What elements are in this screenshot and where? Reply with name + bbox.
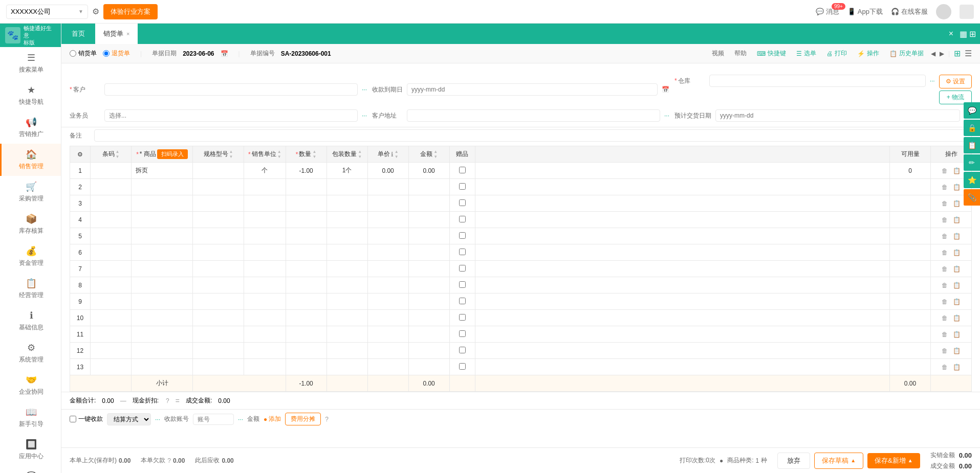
row-product[interactable] [132, 228, 193, 244]
row-amount[interactable] [408, 326, 449, 343]
expense-btn[interactable]: 费用分摊 [285, 413, 321, 425]
row-spec[interactable] [193, 212, 244, 228]
nav-prev-icon[interactable]: ◀ [931, 50, 935, 57]
row-price[interactable] [367, 294, 408, 310]
row-amount[interactable] [408, 179, 449, 195]
row-delete-icon[interactable]: 🗑 [942, 216, 948, 223]
row-spec[interactable] [193, 195, 244, 212]
row-spec[interactable] [193, 343, 244, 359]
row-amount[interactable] [408, 244, 449, 261]
row-gift-checkbox[interactable] [459, 314, 466, 321]
experience-btn[interactable]: 体验行业方案 [103, 4, 158, 19]
row-amount[interactable] [408, 212, 449, 228]
float-btn-1[interactable]: 💬 [964, 102, 980, 119]
row-delete-icon[interactable]: 🗑 [942, 200, 948, 207]
chevron-up-icon[interactable]: ▲ [851, 458, 856, 463]
abandon-btn[interactable]: 放弃 [777, 453, 810, 469]
row-spec[interactable] [193, 163, 244, 179]
row-spec[interactable] [193, 179, 244, 195]
quick-payment-checkbox[interactable] [70, 416, 76, 422]
row-spec[interactable] [193, 326, 244, 343]
row-product[interactable] [132, 261, 193, 277]
row-qty[interactable] [286, 195, 326, 212]
row-product[interactable] [132, 179, 193, 195]
radio-sale-input[interactable] [70, 50, 76, 57]
row-gift-checkbox[interactable] [459, 232, 466, 239]
row-qty[interactable] [286, 228, 326, 244]
row-qty[interactable] [286, 261, 326, 277]
warehouse-input[interactable]: 建材仓 [709, 75, 926, 87]
row-qty[interactable] [286, 212, 326, 228]
row-barcode[interactable] [91, 277, 132, 294]
row-unit[interactable] [244, 179, 286, 195]
row-gift[interactable] [449, 310, 475, 326]
row-price[interactable] [367, 261, 408, 277]
addr-dots[interactable]: ··· [664, 112, 669, 119]
row-unit[interactable] [244, 244, 286, 261]
bill-debit-question[interactable]: ? [167, 457, 171, 464]
float-btn-5[interactable]: ⭐ [964, 172, 980, 188]
row-spec[interactable] [193, 294, 244, 310]
row-amount[interactable]: 0.00 [408, 163, 449, 179]
row-gift[interactable] [449, 359, 475, 375]
tab-close-icon[interactable]: × [126, 31, 129, 37]
row-gift[interactable] [449, 277, 475, 294]
row-unit[interactable] [244, 195, 286, 212]
radio-return[interactable]: 退货单 [103, 49, 130, 58]
row-delete-icon[interactable]: 🗑 [942, 233, 948, 240]
row-price[interactable] [367, 179, 408, 195]
row-delete-icon[interactable]: 🗑 [942, 265, 948, 273]
row-pkgqty[interactable] [326, 261, 367, 277]
row-copy-icon[interactable]: 📋 [953, 233, 961, 240]
company-selector[interactable]: XXXXXX公司 ▼ [6, 5, 88, 19]
row-barcode[interactable] [91, 326, 132, 343]
video-btn[interactable]: 视频 [709, 48, 727, 59]
row-product[interactable] [132, 212, 193, 228]
close-all-tabs-icon[interactable]: × [949, 29, 953, 38]
th-settings[interactable]: ⚙ [70, 146, 91, 163]
row-product[interactable] [132, 310, 193, 326]
row-amount[interactable] [408, 228, 449, 244]
avatar[interactable] [936, 4, 951, 19]
row-price[interactable]: 0.00 [367, 163, 408, 179]
row-unit[interactable] [244, 294, 286, 310]
row-price[interactable] [367, 195, 408, 212]
row-gift-checkbox[interactable] [459, 199, 466, 206]
row-delete-icon[interactable]: 🗑 [942, 184, 948, 191]
sidebar-item-marketing[interactable]: 📢 营销推广 [0, 111, 61, 144]
sidebar-item-inventory[interactable]: 📦 库存核算 [0, 208, 61, 240]
settlement-select[interactable]: 结算方式 [107, 413, 151, 425]
row-pkgqty[interactable] [326, 326, 367, 343]
row-copy-icon[interactable]: 📋 [953, 282, 961, 289]
tab-layout-icon-2[interactable]: ⊞ [969, 29, 976, 39]
salesperson-dots[interactable]: ··· [362, 112, 367, 119]
row-copy-icon[interactable]: 📋 [953, 200, 961, 207]
row-gift-checkbox[interactable] [459, 183, 466, 190]
row-spec[interactable] [193, 244, 244, 261]
row-pkgqty[interactable] [326, 343, 367, 359]
due-date-input[interactable] [407, 83, 658, 96]
sidebar-item-finance[interactable]: 💰 资金管理 [0, 240, 61, 273]
row-unit[interactable]: 个 [244, 163, 286, 179]
row-spec[interactable] [193, 228, 244, 244]
settlement-dots[interactable]: ··· [155, 416, 160, 423]
row-qty[interactable] [286, 277, 326, 294]
row-copy-icon[interactable]: 📋 [953, 331, 961, 338]
sidebar-item-purchase[interactable]: 🛒 采购管理 [0, 176, 61, 208]
row-gift[interactable] [449, 261, 475, 277]
tab-home[interactable]: 首页 [61, 24, 95, 44]
row-copy-icon[interactable]: 📋 [953, 347, 961, 354]
row-amount[interactable] [408, 294, 449, 310]
row-price[interactable] [367, 244, 408, 261]
sidebar-item-wechat[interactable]: 💬 企业微信 [0, 466, 61, 473]
row-price[interactable] [367, 212, 408, 228]
shortcut-btn[interactable]: ⌨ 快捷键 [754, 48, 789, 59]
row-unit[interactable] [244, 359, 286, 375]
row-gift-checkbox[interactable] [459, 249, 466, 255]
row-gift-checkbox[interactable] [459, 298, 466, 304]
row-product[interactable] [132, 277, 193, 294]
sidebar-item-search[interactable]: ☰ 搜索菜单 [0, 47, 61, 79]
row-unit[interactable] [244, 212, 286, 228]
row-pkgqty[interactable] [326, 195, 367, 212]
row-gift-checkbox[interactable] [459, 330, 466, 337]
